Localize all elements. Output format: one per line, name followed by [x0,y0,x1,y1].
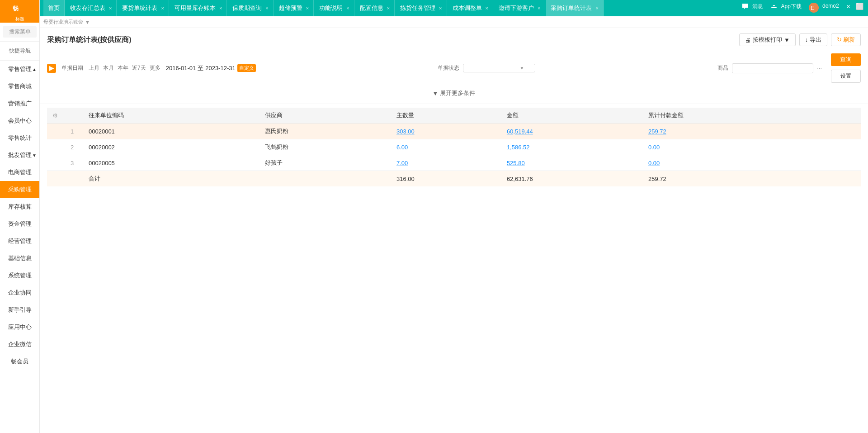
sidebar-item-retail-stats[interactable]: 零售统计 [0,129,39,147]
row1-paid-amount[interactable]: 259.72 [643,124,819,139]
tab-expiry-query-close[interactable]: × [265,5,268,11]
row1-main-qty[interactable]: 303.00 [391,124,501,139]
sidebar-item-newbie[interactable]: 新手引导 [0,301,39,319]
sidebar-item-system[interactable]: 系统管理 [0,267,39,284]
tab-function-desc[interactable]: 功能说明 × [315,0,354,16]
tab-purchase-stats-close[interactable]: × [595,5,598,11]
sidebar-search-area[interactable]: 搜索菜单 [0,23,39,42]
window-max-btn[interactable]: ⬜ [855,2,864,15]
export-button[interactable]: ↓ 导出 [799,33,827,46]
filter-expand-btn[interactable]: ▼ 展开更多条件 [433,89,476,97]
tab-collect-pay[interactable]: 收发存汇总表 × [66,0,117,16]
topbar-avatar[interactable]: E [808,2,820,15]
tab-home[interactable]: 首页 [43,0,65,16]
tab-collect-pay-close[interactable]: × [109,5,112,11]
tab-purchase-stats[interactable]: 采购订单统计表 × [546,0,603,16]
tab-invite-downstream-close[interactable]: × [538,5,540,11]
row3-amount[interactable]: 525.80 [501,155,643,171]
tab-order-stats-label: 要货单统计表 [122,4,157,12]
sidebar-item-wholesale[interactable]: 批发管理 ▼ [0,147,39,164]
shortcut-more[interactable]: 更多 [150,64,160,72]
sidebar-logo[interactable]: 畅 标题 [0,0,39,23]
sidebar-item-retail-mall[interactable]: 零售商城 [0,78,39,95]
column-settings-icon[interactable]: ⚙ [52,112,58,119]
footer-label: 合计 [83,171,259,187]
sidebar-item-purchase[interactable]: 采购管理 [0,181,39,198]
sidebar-item-member2[interactable]: 畅会员 [0,353,39,370]
sidebar-item-appstore-label: 应用中心 [8,323,32,331]
row2-amount[interactable]: 1,586.52 [501,139,643,155]
sidebar-item-finance[interactable]: 资金管理 [0,215,39,233]
tab-inventory-book[interactable]: 可用量库存账本 × [170,0,227,16]
status-select[interactable]: ▼ [463,64,535,72]
filter-settings-button[interactable]: 设置 [831,70,861,83]
row1-amount[interactable]: 60,519.44 [501,124,643,139]
sidebar-item-ecommerce[interactable]: 电商管理 [0,164,39,181]
goods-filter-input[interactable] [732,63,813,73]
tab-function-desc-close[interactable]: × [346,5,349,11]
footer-settings [47,171,65,187]
sub-header-dropdown[interactable]: 母婴行业演示账套 ▼ [43,19,90,25]
shortcut-last-month[interactable]: 上月 [89,64,99,72]
row3-main-qty[interactable]: 7.00 [391,155,501,171]
tab-order-stats[interactable]: 要货单统计表 × [118,0,169,16]
goods-filter-more-icon[interactable]: ··· [817,65,822,71]
topbar-app-download-icon[interactable] [769,2,778,15]
sidebar-item-inventory[interactable]: 库存核算 [0,198,39,215]
sidebar-item-operations[interactable]: 经营管理 [0,233,39,250]
sidebar-item-retail-stats-label: 零售统计 [8,134,32,142]
template-print-button[interactable]: 🖨 按模板打印 ▼ [739,33,796,46]
sidebar-item-retail-mall-label: 零售商城 [8,82,32,90]
sidebar-search-label[interactable]: 搜索菜单 [3,26,37,38]
row2-paid-amount[interactable]: 0.00 [643,139,819,155]
tab-function-desc-label: 功能说明 [319,4,343,12]
table-row[interactable]: 2 00020002 飞鹤奶粉 6.00 1,586.52 0.00 [47,139,861,155]
tab-overstock-alert[interactable]: 超储预警 × [274,0,314,16]
table-row[interactable]: 3 00020005 好孩子 7.00 525.80 0.00 [47,155,861,171]
sub-header-dropdown-arrow: ▼ [85,19,90,25]
tab-pick-task[interactable]: 拣货任务管理 × [396,0,447,16]
search-button[interactable]: 查询 [831,53,861,66]
sidebar-item-corp-label: 企业协同 [8,289,32,297]
topbar-message-label[interactable]: 消息 [751,2,764,15]
tab-invite-downstream[interactable]: 邀请下游客户 × [494,0,545,16]
tab-inventory-book-close[interactable]: × [219,5,222,11]
page-actions: 🖨 按模板打印 ▼ ↓ 导出 ↻ 刷新 [739,33,861,46]
sidebar-quick-nav-label[interactable]: 快捷导航 [0,44,39,57]
topbar-app-download-label[interactable]: App下载 [780,2,802,15]
tab-cost-adjust-close[interactable]: × [486,5,488,11]
tab-expiry-query[interactable]: 保质期查询 × [228,0,273,16]
tab-pick-task-close[interactable]: × [439,5,442,11]
row3-num: 3 [65,155,83,171]
tab-cost-adjust[interactable]: 成本调整单 × [448,0,493,16]
shortcut-7days[interactable]: 近7天 [132,64,146,72]
topbar-username[interactable]: demo2 [821,2,840,15]
topbar-message-icon[interactable] [741,2,750,15]
tab-config-info-close[interactable]: × [387,5,390,11]
printer-icon: 🖨 [745,37,751,43]
tab-inventory-book-label: 可用量库存账本 [175,4,216,12]
date-to: 2023-12-31 [205,65,236,71]
goods-filter-label: 商品 [717,64,728,72]
sidebar-item-corp[interactable]: 企业协同 [0,284,39,301]
table-row[interactable]: 1 00020001 惠氏奶粉 303.00 60,519.44 259.72 [47,124,861,139]
row3-supplier: 好孩子 [259,155,391,171]
sidebar-item-appstore[interactable]: 应用中心 [0,319,39,336]
shortcut-this-year[interactable]: 本年 [118,64,128,72]
tab-config-info[interactable]: 配置信息 × [355,0,395,16]
svg-text:畅: 畅 [13,5,19,12]
sidebar-item-member[interactable]: 会员中心 [0,112,39,129]
sidebar-item-retail[interactable]: 零售管理 ▲ [0,61,39,78]
sidebar-item-wechat[interactable]: 企业微信 [0,336,39,353]
tab-overstock-alert-close[interactable]: × [306,5,309,11]
sidebar-item-ecommerce-label: 电商管理 [8,168,32,176]
filter-toggle-btn[interactable]: ▶ [47,64,56,73]
row3-paid-amount[interactable]: 0.00 [643,155,819,171]
tab-order-stats-close[interactable]: × [161,5,164,11]
shortcut-this-month[interactable]: 本月 [103,64,114,72]
refresh-button[interactable]: ↻ 刷新 [831,33,861,46]
sidebar-item-basic[interactable]: 基础信息 [0,250,39,267]
window-close-btn[interactable]: × [845,2,851,15]
sidebar-item-marketing[interactable]: 营销推广 [0,95,39,112]
row2-main-qty[interactable]: 6.00 [391,139,501,155]
